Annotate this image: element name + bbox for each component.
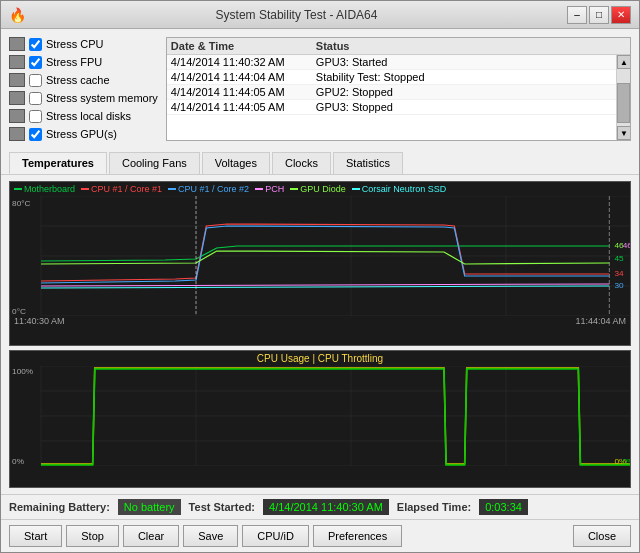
stress-item-cpu: Stress CPU xyxy=(9,37,158,51)
scroll-down-btn[interactable]: ▼ xyxy=(617,126,630,140)
svg-text:80°C: 80°C xyxy=(12,199,31,208)
svg-text:0%: 0% xyxy=(12,457,24,466)
cpu-usage-chart: CPU Usage | CPU Throttling 100% 0% xyxy=(9,350,631,488)
tab-cooling-fans[interactable]: Cooling Fans xyxy=(109,152,200,174)
elapsed-time-value: 0:03:34 xyxy=(479,499,528,515)
legend-gpu-diode: GPU Diode xyxy=(290,184,346,194)
temp-x-end: 11:44:04 AM xyxy=(575,316,626,326)
window-controls: – □ ✕ xyxy=(567,6,631,24)
log-datetime-0: 4/14/2014 11:40:32 AM xyxy=(171,56,316,68)
legend-core2-label: CPU #1 / Core #2 xyxy=(178,184,249,194)
legend-core2: CPU #1 / Core #2 xyxy=(168,184,249,194)
stress-options-panel: Stress CPU Stress FPU Stress cache Stres… xyxy=(9,37,158,141)
stress-memory-checkbox[interactable] xyxy=(29,92,42,105)
temp-legend: Motherboard CPU #1 / Core #1 CPU #1 / Co… xyxy=(10,182,630,196)
legend-core1-label: CPU #1 / Core #1 xyxy=(91,184,162,194)
svg-text:34: 34 xyxy=(615,269,625,278)
main-window: 🔥 System Stability Test - AIDA64 – □ ✕ S… xyxy=(0,0,640,553)
test-started-value: 4/14/2014 11:40:30 AM xyxy=(263,499,389,515)
temp-x-start: 11:40:30 AM xyxy=(14,316,65,326)
close-button[interactable]: ✕ xyxy=(611,6,631,24)
tab-temperatures[interactable]: Temperatures xyxy=(9,152,107,174)
cpu-chart-svg: 100% 0% 0% 0% xyxy=(10,366,630,466)
tab-clocks[interactable]: Clocks xyxy=(272,152,331,174)
cpu-chart-area: 100% 0% 0% 0% xyxy=(10,366,630,466)
stress-memory-label: Stress system memory xyxy=(46,92,158,104)
log-row: 4/14/2014 11:40:32 AM GPU3: Started xyxy=(167,55,616,70)
bottom-info-bar: Remaining Battery: No battery Test Start… xyxy=(1,494,639,519)
svg-text:46: 46 xyxy=(623,241,630,250)
log-row: 4/14/2014 11:44:05 AM GPU3: Stopped xyxy=(167,100,616,115)
cpu-icon xyxy=(9,37,25,51)
stress-item-memory: Stress system memory xyxy=(9,91,158,105)
log-row: 4/14/2014 11:44:04 AM Stability Test: St… xyxy=(167,70,616,85)
temp-x-axis: 11:40:30 AM 11:44:04 AM xyxy=(10,316,630,326)
app-icon: 🔥 xyxy=(9,7,26,23)
legend-pch-label: PCH xyxy=(265,184,284,194)
svg-text:30: 30 xyxy=(615,281,625,290)
memory-icon xyxy=(9,91,25,105)
stress-gpu-checkbox[interactable] xyxy=(29,128,42,141)
tab-statistics[interactable]: Statistics xyxy=(333,152,403,174)
stress-item-fpu: Stress FPU xyxy=(9,55,158,69)
gpu-icon xyxy=(9,127,25,141)
scroll-up-btn[interactable]: ▲ xyxy=(617,55,630,69)
legend-gpu-diode-label: GPU Diode xyxy=(300,184,346,194)
fpu-icon xyxy=(9,55,25,69)
save-button[interactable]: Save xyxy=(183,525,238,547)
temp-chart-svg: 80°C 0°C 46 xyxy=(10,196,630,316)
svg-text:0°C: 0°C xyxy=(12,307,26,316)
stress-cache-label: Stress cache xyxy=(46,74,110,86)
temp-chart-area: 80°C 0°C 46 xyxy=(10,196,630,316)
legend-core1-dot xyxy=(81,188,89,190)
clear-button[interactable]: Clear xyxy=(123,525,179,547)
stop-button[interactable]: Stop xyxy=(66,525,119,547)
tabs-row: Temperatures Cooling Fans Voltages Clock… xyxy=(1,149,639,175)
start-button[interactable]: Start xyxy=(9,525,62,547)
tab-voltages[interactable]: Voltages xyxy=(202,152,270,174)
log-scrollbar[interactable]: ▲ ▼ xyxy=(616,55,630,140)
stress-cache-checkbox[interactable] xyxy=(29,74,42,87)
remaining-battery-label: Remaining Battery: xyxy=(9,501,110,513)
svg-text:45: 45 xyxy=(615,254,625,263)
cpu-chart-title: CPU Usage | CPU Throttling xyxy=(10,351,630,366)
legend-ssd: Corsair Neutron SSD xyxy=(352,184,447,194)
stress-fpu-checkbox[interactable] xyxy=(29,56,42,69)
stress-disks-label: Stress local disks xyxy=(46,110,131,122)
log-status-0: GPU3: Started xyxy=(316,56,388,68)
elapsed-time-label: Elapsed Time: xyxy=(397,501,471,513)
remaining-battery-value: No battery xyxy=(118,499,181,515)
window-title: System Stability Test - AIDA64 xyxy=(26,8,567,22)
log-datetime-2: 4/14/2014 11:44:05 AM xyxy=(171,86,316,98)
stress-cpu-checkbox[interactable] xyxy=(29,38,42,51)
title-bar: 🔥 System Stability Test - AIDA64 – □ ✕ xyxy=(1,1,639,29)
preferences-button[interactable]: Preferences xyxy=(313,525,402,547)
stress-cpu-label: Stress CPU xyxy=(46,38,103,50)
stress-disks-checkbox[interactable] xyxy=(29,110,42,123)
svg-text:0%: 0% xyxy=(623,457,630,466)
log-body[interactable]: 4/14/2014 11:40:32 AM GPU3: Started 4/14… xyxy=(167,55,616,140)
cache-icon xyxy=(9,73,25,87)
stress-fpu-label: Stress FPU xyxy=(46,56,102,68)
log-status-1: Stability Test: Stopped xyxy=(316,71,425,83)
log-panel: Date & Time Status 4/14/2014 11:40:32 AM… xyxy=(166,37,631,141)
log-header: Date & Time Status xyxy=(167,38,630,55)
legend-pch-dot xyxy=(255,188,263,190)
minimize-button[interactable]: – xyxy=(567,6,587,24)
legend-motherboard: Motherboard xyxy=(14,184,75,194)
close-window-button[interactable]: Close xyxy=(573,525,631,547)
stress-gpu-label: Stress GPU(s) xyxy=(46,128,117,140)
stress-item-gpu: Stress GPU(s) xyxy=(9,127,158,141)
legend-ssd-label: Corsair Neutron SSD xyxy=(362,184,447,194)
log-status-3: GPU3: Stopped xyxy=(316,101,393,113)
legend-motherboard-label: Motherboard xyxy=(24,184,75,194)
cpuid-button[interactable]: CPU/iD xyxy=(242,525,309,547)
stress-item-disks: Stress local disks xyxy=(9,109,158,123)
log-status-2: GPU2: Stopped xyxy=(316,86,393,98)
legend-motherboard-dot xyxy=(14,188,22,190)
legend-gpu-diode-dot xyxy=(290,188,298,190)
maximize-button[interactable]: □ xyxy=(589,6,609,24)
log-col-status: Status xyxy=(316,40,350,52)
scroll-thumb[interactable] xyxy=(617,83,630,123)
log-datetime-3: 4/14/2014 11:44:05 AM xyxy=(171,101,316,113)
